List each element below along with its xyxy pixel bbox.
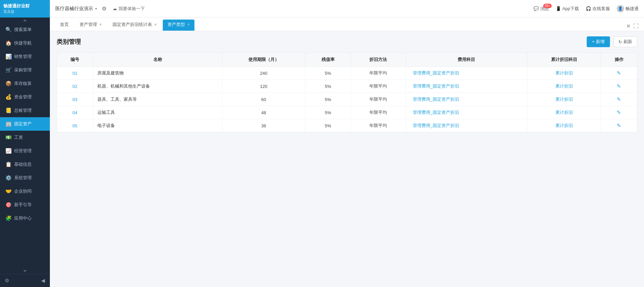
sidebar-logo-sub: 普及版 [3, 9, 30, 14]
cell-residual: 5% [305, 80, 351, 93]
system-icon: ⚙️ [5, 175, 11, 181]
cell-name: 房屋及建筑物 [93, 67, 222, 80]
try-label: 我要体验一下 [119, 6, 145, 12]
tab-asset-type-close[interactable]: × [187, 22, 190, 27]
sidebar-item-quicknav[interactable]: 🏠 快捷导航 [0, 36, 50, 50]
tab-asset-mgmt-close[interactable]: × [99, 22, 102, 27]
cell-code: 01 [57, 67, 93, 80]
app-label: App下载 [562, 6, 579, 12]
sidebar-item-label: 系统管理 [14, 175, 32, 181]
sidebar-item-system[interactable]: ⚙️ 系统管理 [0, 171, 50, 185]
cell-code: 05 [57, 119, 93, 132]
cell-subject: 管理费用_固定资产折旧 [406, 119, 527, 132]
sidebar-scroll-down[interactable] [0, 268, 50, 274]
cell-residual: 5% [305, 93, 351, 106]
sidebar-item-inventory[interactable]: 📦 库存核算 [0, 77, 50, 90]
cell-name: 电子设备 [93, 119, 222, 132]
cell-period: 60 [222, 93, 305, 106]
cell-name: 器具、工具、家具等 [93, 93, 222, 106]
table-row: 05 电子设备 36 5% 年限平均 管理费用_固定资产折旧 累计折旧 ✎ [57, 119, 637, 132]
sales-icon: 📊 [5, 54, 11, 60]
salary-icon: 💵 [5, 134, 11, 140]
tab-home-label: 首页 [60, 22, 69, 28]
tabbar: 首页 资产管理 × 固定资产折旧统计表 × 资产类型 × ✕ ⛶ [50, 18, 644, 31]
sidebar-item-search[interactable]: 🔍 搜索菜单 [0, 23, 50, 36]
edit-icon[interactable]: ✎ [617, 96, 621, 102]
guide-icon: 🎯 [5, 202, 11, 208]
user-button[interactable]: 👤 畅捷通 [617, 5, 639, 12]
tab-depreciation[interactable]: 固定资产折旧统计表 × [108, 20, 161, 31]
main-area: 医疗器械行业演示 ▾ ⚙ ☁ 我要体验一下 💬 消息 99+ 📱 App下载 🎧… [50, 0, 644, 287]
cloud-icon: ☁ [113, 6, 117, 11]
gear-icon[interactable]: ⚙ [100, 4, 108, 13]
edit-icon[interactable]: ✎ [617, 109, 621, 115]
tab-asset-type[interactable]: 资产类型 × [163, 20, 194, 31]
sidebar-item-label: 企业协同 [14, 188, 32, 194]
maximize-icon[interactable]: ⛶ [633, 23, 639, 29]
tab-depreciation-close[interactable]: × [154, 22, 157, 27]
refresh-label: 刷新 [623, 39, 632, 45]
cell-subject: 管理费用_固定资产折旧 [406, 106, 527, 119]
apps-icon: 🧩 [5, 215, 11, 221]
table-row: 02 机器、机械和其他生产设备 120 5% 年限平均 管理费用_固定资产折旧 … [57, 80, 637, 93]
cell-name: 运输工具 [93, 106, 222, 119]
service-button[interactable]: 🎧 在线客服 [586, 6, 610, 12]
close-window-icon[interactable]: ✕ [626, 23, 631, 29]
cell-method: 年限平均 [351, 80, 406, 93]
topbar-right: 💬 消息 99+ 📱 App下载 🎧 在线客服 👤 畅捷通 [533, 5, 639, 12]
edit-icon[interactable]: ✎ [617, 83, 621, 89]
sidebar-item-purchase[interactable]: 🛒 采购管理 [0, 63, 50, 77]
sidebar-item-label: 资金管理 [14, 94, 32, 100]
message-icon: 💬 [533, 6, 539, 11]
new-button[interactable]: + 新增 [587, 36, 610, 47]
category-table: 编号 名称 使用期限（月） 残值率 折旧方法 费用科目 累计折旧科目 操作 01… [57, 53, 637, 132]
cell-subject: 管理费用_固定资产折旧 [406, 67, 527, 80]
message-button[interactable]: 💬 消息 99+ [533, 6, 549, 12]
tab-home[interactable]: 首页 [55, 20, 73, 31]
table-row: 01 房屋及建筑物 240 5% 年限平均 管理费用_固定资产折旧 累计折旧 ✎ [57, 67, 637, 80]
sidebar-item-capital[interactable]: 💰 资金管理 [0, 90, 50, 104]
cell-residual: 5% [305, 106, 351, 119]
sidebar-item-label: 新手引导 [14, 202, 32, 208]
sidebar-item-label: 采购管理 [14, 67, 32, 73]
cell-edit[interactable]: ✎ [601, 80, 637, 93]
edit-icon[interactable]: ✎ [617, 123, 621, 128]
sidebar: 畅捷通好业财 普及版 🔍 搜索菜单 🏠 快捷导航 📊 销售管理 🛒 采购管理 📦… [0, 0, 50, 287]
sidebar-item-ledger[interactable]: 📒 总账管理 [0, 104, 50, 117]
cell-code: 03 [57, 93, 93, 106]
sidebar-item-operation[interactable]: 📈 经营管理 [0, 144, 50, 158]
fixed-icon: 🏢 [5, 121, 11, 127]
sidebar-footer: ⚙ ◀ [0, 274, 50, 287]
collapse-icon[interactable]: ◀ [41, 278, 45, 284]
settings-icon[interactable]: ⚙ [5, 278, 9, 284]
chevron-down-icon: ▾ [95, 6, 97, 11]
sidebar-item-basic[interactable]: 📋 基础信息 [0, 158, 50, 171]
try-button[interactable]: ☁ 我要体验一下 [113, 6, 145, 12]
service-icon: 🎧 [586, 6, 591, 11]
topbar: 医疗器械行业演示 ▾ ⚙ ☁ 我要体验一下 💬 消息 99+ 📱 App下载 🎧… [50, 0, 644, 18]
table-header-row: 编号 名称 使用期限（月） 残值率 折旧方法 费用科目 累计折旧科目 操作 [57, 53, 637, 67]
sidebar-item-sales[interactable]: 📊 销售管理 [0, 50, 50, 63]
sidebar-item-label: 经营管理 [14, 148, 32, 154]
sidebar-item-salary[interactable]: 💵 工资 [0, 131, 50, 144]
col-residual: 残值率 [305, 53, 351, 67]
app-download-button[interactable]: 📱 App下载 [556, 6, 579, 12]
col-accum: 累计折旧科目 [527, 53, 601, 67]
refresh-button[interactable]: ↻ 刷新 [613, 36, 637, 47]
sidebar-item-collab[interactable]: 🤝 企业协同 [0, 185, 50, 198]
sidebar-item-guide[interactable]: 🎯 新手引导 [0, 198, 50, 212]
edit-icon[interactable]: ✎ [617, 70, 621, 76]
sidebar-scroll-up[interactable] [0, 18, 50, 23]
cell-edit[interactable]: ✎ [601, 93, 637, 106]
cell-edit[interactable]: ✎ [601, 67, 637, 80]
topbar-title: 医疗器械行业演示 ▾ [55, 6, 97, 12]
header-actions: + 新增 ↻ 刷新 [587, 36, 637, 47]
cell-edit[interactable]: ✎ [601, 106, 637, 119]
cell-edit[interactable]: ✎ [601, 119, 637, 132]
col-name: 名称 [93, 53, 222, 67]
sidebar-item-fixed[interactable]: 🏢 固定资产 [0, 117, 50, 131]
user-label: 畅捷通 [625, 6, 639, 12]
tab-asset-mgmt[interactable]: 资产管理 × [75, 20, 106, 31]
cell-residual: 5% [305, 119, 351, 132]
sidebar-item-apps[interactable]: 🧩 应用中心 [0, 212, 50, 225]
